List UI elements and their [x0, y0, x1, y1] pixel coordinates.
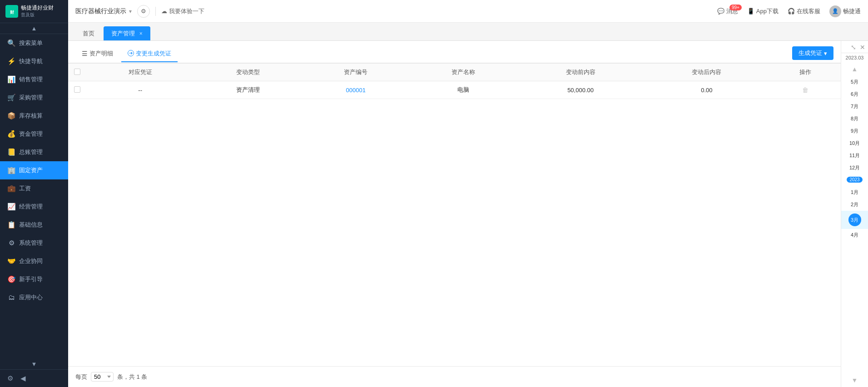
- sidebar-item-system[interactable]: ⚙ 系统管理: [0, 234, 68, 252]
- svg-text:财: 财: [10, 10, 15, 15]
- experience-button[interactable]: ☁ 我要体验一下: [161, 7, 204, 15]
- data-table: 对应凭证 变动类型 资产编号 资产名称 变动前内容 变动后内容 操作: [68, 63, 841, 99]
- phone-icon: 📱: [747, 8, 754, 15]
- sidebar: 财 畅捷通好业财 普及版 ▲ 🔍 搜索菜单 ⚡ 快捷导航 📊 销售管理 🛒 采购…: [0, 0, 68, 387]
- dropdown-arrow-icon: ▾: [824, 50, 827, 57]
- main-panel: ☰ 资产明细 变更生成凭证 生成凭证 ▾: [68, 41, 841, 387]
- cell-after-change: 0.00: [644, 81, 770, 99]
- sidebar-bottom: ⚙ ◀: [0, 369, 68, 387]
- timeline-month-12[interactable]: 12月: [841, 162, 868, 174]
- tab-asset-management[interactable]: 资产管理 ×: [104, 26, 150, 40]
- guide-icon: 🎯: [7, 275, 15, 283]
- company-name: 医疗器械行业演示: [75, 7, 126, 15]
- sidebar-item-ledger[interactable]: 📒 总账管理: [0, 143, 68, 161]
- right-panel: ⤡ ✕ 2023.03 ▲ 5月 6月 7月 8月: [841, 41, 868, 387]
- main-content: 医疗器械行业演示 ▾ ⚙ ☁ 我要体验一下 💬 消息 99+ 📱 App下载 🎧…: [68, 0, 868, 387]
- collapse-icon[interactable]: ◀: [20, 374, 26, 382]
- panel-date-title: 2023.03: [843, 53, 867, 62]
- logo-icon: 财: [5, 5, 18, 18]
- sidebar-item-basic[interactable]: 📋 基础信息: [0, 216, 68, 234]
- timeline-month-11[interactable]: 11月: [841, 149, 868, 162]
- nav-down-icon[interactable]: ▼: [850, 375, 859, 385]
- row-checkbox[interactable]: [74, 86, 80, 93]
- column-voucher: 对应凭证: [86, 64, 194, 81]
- close-panel-icon[interactable]: ✕: [860, 44, 865, 51]
- chevron-down-icon: ▼: [31, 361, 37, 367]
- topbar-right: 💬 消息 99+ 📱 App下载 🎧 在线客服 👤 畅捷通: [717, 5, 861, 17]
- sidebar-logo: 财 畅捷通好业财 普及版: [0, 0, 68, 23]
- cell-change-type: 资产清理: [194, 81, 302, 99]
- sidebar-scroll-up[interactable]: ▲: [0, 23, 68, 34]
- panel-nav-down: ▼: [841, 373, 868, 387]
- system-icon: ⚙: [7, 239, 15, 247]
- timeline-list: 5月 6月 7月 8月 9月 10月 11月: [841, 76, 868, 373]
- cell-voucher: --: [86, 81, 194, 99]
- timeline-month-3-current[interactable]: 3月: [841, 211, 868, 229]
- total-label: 条，共 1 条: [117, 373, 147, 381]
- cell-action: 🗑: [770, 81, 841, 99]
- timeline-month-1[interactable]: 1月: [841, 186, 868, 198]
- column-action: 操作: [770, 64, 841, 81]
- logo-subtitle: 普及版: [21, 12, 54, 18]
- app-download-button[interactable]: 📱 App下载: [747, 7, 779, 15]
- tab-home[interactable]: 首页: [75, 27, 102, 40]
- timeline-month-7[interactable]: 7月: [841, 100, 868, 113]
- sidebar-item-sales[interactable]: 📊 销售管理: [0, 70, 68, 89]
- company-dropdown-icon: ▾: [129, 8, 132, 15]
- row-checkbox-cell: [68, 81, 86, 99]
- sub-tab-asset-detail[interactable]: ☰ 资产明细: [75, 47, 119, 62]
- messages-button[interactable]: 💬 消息 99+: [717, 7, 738, 15]
- sidebar-item-operations[interactable]: 📈 经营管理: [0, 198, 68, 216]
- sub-tab-change-voucher[interactable]: 变更生成凭证: [121, 47, 178, 62]
- sidebar-item-apps[interactable]: 🗂 应用中心: [0, 288, 68, 307]
- user-icon: 👤: [832, 8, 838, 14]
- ledger-icon: 📒: [7, 148, 15, 156]
- timeline-month-9[interactable]: 9月: [841, 125, 868, 137]
- column-before-change: 变动前内容: [517, 64, 644, 81]
- timeline-month-10[interactable]: 10月: [841, 137, 868, 149]
- timeline-month-2[interactable]: 2月: [841, 198, 868, 211]
- per-page-select[interactable]: 50 10 20 100: [91, 372, 114, 382]
- sidebar-scroll-down[interactable]: ▼: [0, 359, 68, 369]
- tab-close-icon[interactable]: ×: [139, 30, 143, 37]
- timeline-month-5[interactable]: 5月: [841, 76, 868, 88]
- customer-service-button[interactable]: 🎧 在线客服: [788, 7, 820, 15]
- select-all-checkbox[interactable]: [74, 69, 80, 75]
- gear-icon: ⚙: [141, 8, 146, 15]
- timeline-month-4[interactable]: 4月: [841, 229, 868, 241]
- sub-tabs: ☰ 资产明细 变更生成凭证 生成凭证 ▾: [68, 41, 841, 63]
- fixed-assets-icon: 🏢: [7, 166, 15, 174]
- table-wrapper: 对应凭证 变动类型 资产编号 资产名称 变动前内容 变动后内容 操作: [68, 63, 841, 366]
- right-panel-header: ⤡ ✕: [841, 41, 868, 53]
- delete-icon[interactable]: 🗑: [802, 86, 808, 94]
- salary-icon: 💼: [7, 184, 15, 193]
- page-tabs: 首页 资产管理 ×: [68, 23, 868, 41]
- sidebar-item-inventory[interactable]: 📦 库存核算: [0, 107, 68, 125]
- list-icon: ☰: [82, 50, 88, 57]
- headset-icon: 🎧: [788, 8, 795, 15]
- sidebar-item-purchase[interactable]: 🛒 采购管理: [0, 89, 68, 107]
- nav-up-icon[interactable]: ▲: [850, 64, 859, 74]
- timeline-year-badge: 2023: [841, 174, 868, 186]
- sidebar-item-enterprise[interactable]: 🤝 企业协同: [0, 252, 68, 270]
- company-selector[interactable]: 医疗器械行业演示 ▾: [75, 7, 132, 15]
- sales-icon: 📊: [7, 75, 15, 84]
- user-menu[interactable]: 👤 畅捷通: [829, 5, 861, 17]
- cell-asset-code[interactable]: 000001: [302, 81, 410, 99]
- column-after-change: 变动后内容: [644, 64, 770, 81]
- sidebar-item-fixed-assets[interactable]: 🏢 固定资产: [0, 161, 68, 179]
- expand-panel-icon[interactable]: ⤡: [851, 44, 856, 51]
- sidebar-item-search[interactable]: 🔍 搜索菜单: [0, 34, 68, 52]
- column-asset-code: 资产编号: [302, 64, 410, 81]
- topbar-settings-button[interactable]: ⚙: [137, 5, 150, 18]
- generate-voucher-button[interactable]: 生成凭证 ▾: [792, 46, 833, 60]
- sidebar-item-funds[interactable]: 💰 资金管理: [0, 125, 68, 143]
- sidebar-item-quicknav[interactable]: ⚡ 快捷导航: [0, 52, 68, 70]
- enterprise-icon: 🤝: [7, 257, 15, 265]
- settings-icon[interactable]: ⚙: [7, 374, 13, 382]
- sidebar-item-salary[interactable]: 💼 工资: [0, 179, 68, 198]
- timeline-month-6[interactable]: 6月: [841, 88, 868, 100]
- avatar: 👤: [829, 5, 841, 17]
- sidebar-item-guide[interactable]: 🎯 新手引导: [0, 270, 68, 288]
- timeline-month-8[interactable]: 8月: [841, 113, 868, 125]
